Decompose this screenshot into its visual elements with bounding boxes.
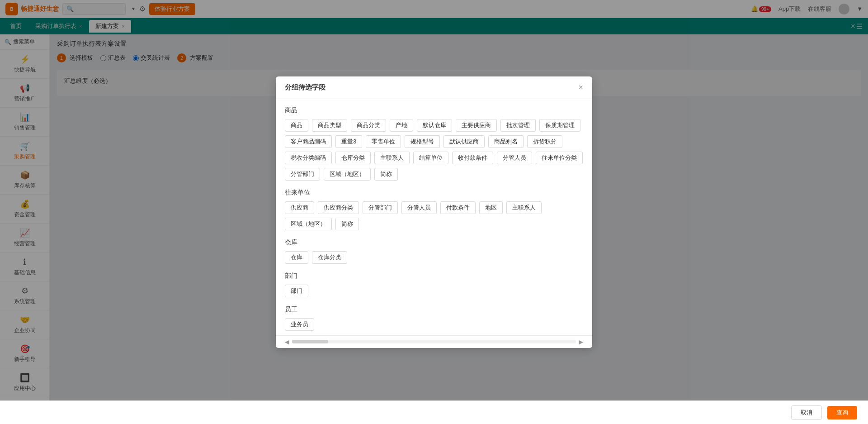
field-tags-1: 供应商供应商分类分管部门分管人员付款条件地区主联系人区域（地区）简称	[285, 201, 583, 230]
confirm-button[interactable]: 查询	[827, 406, 857, 419]
field-tag-1-6[interactable]: 主联系人	[506, 201, 542, 214]
field-tag-1-1[interactable]: 供应商分类	[318, 201, 359, 214]
field-tag-0-18[interactable]: 结算单位	[413, 152, 448, 164]
modal-title: 分组待选字段	[285, 83, 326, 92]
field-tags-4: 业务员	[285, 318, 583, 331]
field-section-title-3: 部门	[285, 272, 583, 280]
field-tag-1-5[interactable]: 地区	[479, 201, 503, 214]
field-tag-0-19[interactable]: 收付款条件	[452, 152, 493, 164]
field-section-0: 商品商品商品类型商品分类产地默认仓库主要供应商批次管理保质期管理客户商品编码重量…	[285, 106, 583, 181]
field-select-modal: 分组待选字段 × 商品商品商品类型商品分类产地默认仓库主要供应商批次管理保质期管…	[276, 76, 592, 348]
field-section-2: 仓库仓库仓库分类	[285, 238, 583, 264]
field-tag-0-1[interactable]: 商品类型	[312, 119, 347, 132]
field-tag-0-22[interactable]: 分管部门	[285, 168, 320, 181]
field-tags-3: 部门	[285, 285, 583, 297]
field-tag-0-16[interactable]: 仓库分类	[335, 152, 371, 164]
field-tag-0-12[interactable]: 默认供应商	[443, 135, 485, 148]
field-tag-0-4[interactable]: 默认仓库	[417, 119, 452, 132]
field-tag-0-10[interactable]: 零售单位	[366, 135, 401, 148]
field-tag-1-4[interactable]: 付款条件	[440, 201, 476, 214]
field-tag-0-17[interactable]: 主联系人	[374, 152, 410, 164]
field-section-title-0: 商品	[285, 106, 583, 114]
field-tag-0-2[interactable]: 商品分类	[351, 119, 386, 132]
field-tag-1-7[interactable]: 区域（地区）	[285, 218, 332, 230]
field-tag-0-23[interactable]: 区域（地区）	[324, 168, 371, 181]
scroll-left-icon[interactable]: ◀	[285, 338, 289, 345]
field-tag-0-24[interactable]: 简称	[374, 168, 398, 181]
field-tag-0-15[interactable]: 税收分类编码	[285, 152, 332, 164]
field-tags-2: 仓库仓库分类	[285, 251, 583, 264]
field-tag-2-1[interactable]: 仓库分类	[312, 251, 347, 264]
field-section-1: 往来单位供应商供应商分类分管部门分管人员付款条件地区主联系人区域（地区）简称	[285, 189, 583, 230]
field-tag-4-0[interactable]: 业务员	[285, 318, 314, 331]
field-tag-0-0[interactable]: 商品	[285, 119, 308, 132]
field-tag-2-0[interactable]: 仓库	[285, 251, 308, 264]
field-section-title-2: 仓库	[285, 238, 583, 247]
cancel-button[interactable]: 取消	[791, 405, 822, 420]
field-tag-0-8[interactable]: 客户商品编码	[285, 135, 332, 148]
modal-footer-scroll: ◀ ▶	[276, 335, 592, 348]
field-tag-3-0[interactable]: 部门	[285, 285, 308, 297]
field-tag-0-11[interactable]: 规格型号	[405, 135, 440, 148]
field-tag-1-2[interactable]: 分管部门	[363, 201, 398, 214]
field-tag-1-3[interactable]: 分管人员	[401, 201, 437, 214]
horizontal-scrollbar[interactable]	[292, 340, 576, 343]
field-tag-0-14[interactable]: 拆货积分	[527, 135, 562, 148]
modal-header: 分组待选字段 ×	[276, 76, 592, 99]
bottom-action-bar: 取消 查询	[0, 400, 868, 424]
modal-overlay: 分组待选字段 × 商品商品商品类型商品分类产地默认仓库主要供应商批次管理保质期管…	[0, 0, 868, 424]
field-tag-0-13[interactable]: 商品别名	[488, 135, 524, 148]
field-tag-0-5[interactable]: 主要供应商	[456, 119, 497, 132]
modal-body: 商品商品商品类型商品分类产地默认仓库主要供应商批次管理保质期管理客户商品编码重量…	[276, 99, 592, 335]
field-tag-1-8[interactable]: 简称	[335, 218, 359, 230]
field-tag-0-9[interactable]: 重量3	[335, 135, 362, 148]
field-section-3: 部门部门	[285, 272, 583, 297]
scrollbar-thumb	[292, 340, 328, 343]
scroll-right-icon[interactable]: ▶	[579, 338, 583, 345]
modal-close-button[interactable]: ×	[578, 83, 583, 92]
field-tag-0-20[interactable]: 分管人员	[497, 152, 532, 164]
field-tag-1-0[interactable]: 供应商	[285, 201, 314, 214]
field-tag-0-21[interactable]: 往来单位分类	[536, 152, 583, 164]
field-tag-0-7[interactable]: 保质期管理	[539, 119, 580, 132]
field-section-4: 员工业务员	[285, 305, 583, 331]
field-section-title-4: 员工	[285, 305, 583, 314]
field-tag-0-3[interactable]: 产地	[390, 119, 413, 132]
field-tag-0-6[interactable]: 批次管理	[500, 119, 536, 132]
field-tags-0: 商品商品类型商品分类产地默认仓库主要供应商批次管理保质期管理客户商品编码重量3零…	[285, 119, 583, 181]
field-section-title-1: 往来单位	[285, 189, 583, 197]
